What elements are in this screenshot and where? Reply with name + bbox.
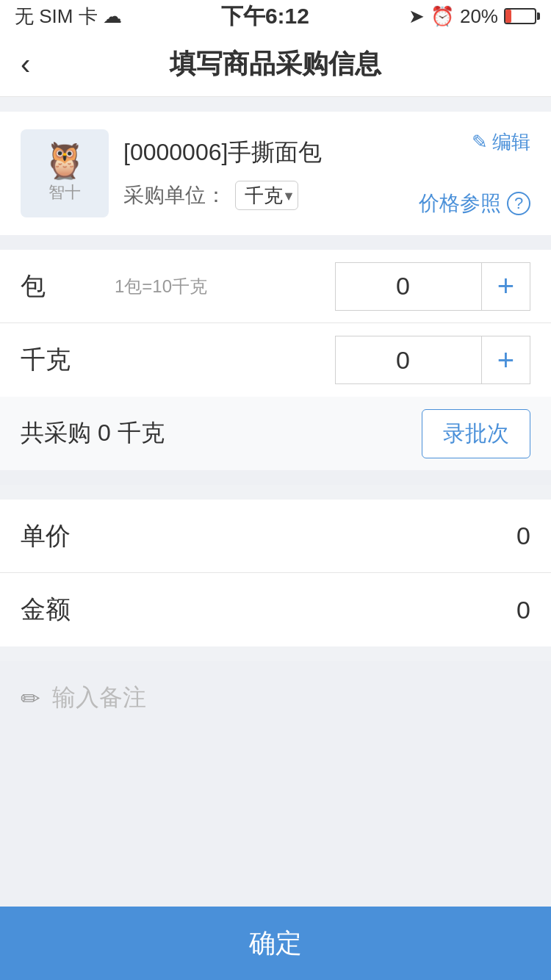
- amount-value: 0: [516, 596, 530, 624]
- unit-select[interactable]: 千克: [235, 181, 298, 210]
- unit-select-wrapper[interactable]: 千克 ▾: [235, 181, 298, 210]
- batch-button[interactable]: 录批次: [422, 409, 530, 458]
- edit-button[interactable]: ✎ 编辑: [472, 129, 530, 155]
- help-icon: ?: [507, 192, 530, 215]
- summary-row: 共采购 0 千克 录批次: [0, 397, 551, 470]
- separator-1: [0, 235, 551, 250]
- status-left: 无 SIM 卡 ☁: [15, 4, 122, 29]
- back-button[interactable]: ‹: [21, 48, 30, 81]
- bao-input-control: +: [335, 262, 530, 311]
- status-time: 下午6:12: [221, 1, 309, 32]
- status-bar: 无 SIM 卡 ☁ 下午6:12 ➤ ⏰ 20%: [0, 0, 551, 32]
- status-right: ➤ ⏰ 20%: [408, 5, 536, 28]
- location-icon: ➤: [408, 5, 425, 28]
- page-title: 填写商品采购信息: [170, 46, 381, 82]
- kg-input-control: +: [335, 336, 530, 384]
- kg-input[interactable]: [335, 336, 482, 384]
- price-ref-button[interactable]: 价格参照 ?: [419, 190, 530, 217]
- price-ref-label: 价格参照: [419, 190, 501, 217]
- input-section: 包 1包=10千克 + 千克 +: [0, 250, 551, 397]
- product-thumbnail: 🦉 智十: [21, 129, 109, 217]
- kg-input-row: 千克 +: [0, 323, 551, 397]
- amount-label: 金额: [21, 593, 71, 627]
- product-thumb-icon: 🦉: [43, 143, 87, 179]
- alarm-icon: ⏰: [431, 5, 454, 28]
- bao-input-row: 包 1包=10千克 +: [0, 250, 551, 323]
- price-label: 单价: [21, 519, 71, 553]
- confirm-button[interactable]: 确定: [0, 907, 551, 980]
- price-row: 单价 0: [0, 500, 551, 573]
- unit-label: 采购单位：: [123, 181, 226, 209]
- info-section: 单价 0 金额 0: [0, 500, 551, 646]
- note-icon: ✏: [21, 685, 40, 713]
- kg-plus-button[interactable]: +: [482, 336, 530, 384]
- edit-label: 编辑: [492, 129, 530, 155]
- battery-percent: 20%: [460, 5, 498, 28]
- separator-2: [0, 470, 551, 485]
- sim-label: 无 SIM 卡 ☁: [15, 4, 122, 29]
- price-value: 0: [516, 522, 530, 550]
- bao-sub-label: 1包=10千克: [115, 275, 335, 298]
- bao-label: 包: [21, 270, 109, 303]
- kg-label: 千克: [21, 343, 109, 377]
- edit-icon: ✎: [472, 131, 488, 154]
- product-card: 🦉 智十 [0000006]手撕面包 采购单位： 千克 ▾ ✎ 编辑 价格参照 …: [0, 112, 551, 235]
- summary-text: 共采购 0 千克: [21, 417, 165, 450]
- note-placeholder: 输入备注: [52, 682, 146, 714]
- product-name: [0000006]手撕面包: [123, 137, 530, 169]
- nav-bar: ‹ 填写商品采购信息: [0, 32, 551, 97]
- product-thumb-label: 智十: [48, 181, 81, 203]
- amount-row: 金额 0: [0, 573, 551, 646]
- bao-plus-button[interactable]: +: [482, 262, 530, 311]
- battery-icon: [504, 8, 536, 24]
- bao-input[interactable]: [335, 262, 482, 311]
